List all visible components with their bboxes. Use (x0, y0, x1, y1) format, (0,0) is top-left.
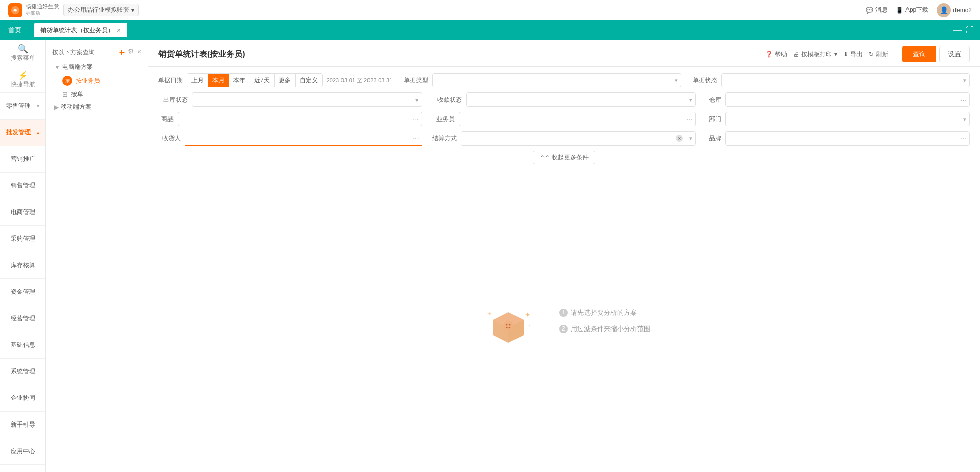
page-title: 销货单统计表(按业务员) (158, 49, 246, 60)
salesperson-select[interactable]: ··· (459, 112, 696, 126)
doc-status-arrow: ▾ (963, 77, 966, 84)
sidebar-item-operations[interactable]: 经营管理 (0, 305, 45, 332)
empty-step-2-text: 用过滤条件来缩小分析范围 (571, 322, 650, 336)
sidebar-item-marketing[interactable]: 营销推广 (0, 146, 45, 173)
date-btn-7days[interactable]: 近7天 (250, 74, 275, 87)
filter-receiver-group: 收货人 ··· (158, 131, 422, 146)
filter-section: 单据日期 上月 本月 本年 近7天 更多 自定义 2023-03-01 至 20… (148, 67, 980, 169)
svg-point-2 (506, 324, 508, 326)
date-btn-more[interactable]: 更多 (275, 74, 296, 87)
payment-status-arrow: ▾ (689, 97, 692, 103)
settlement-select[interactable]: × ▾ (461, 131, 696, 146)
brand-select[interactable]: ··· (725, 131, 970, 146)
sidebar-item-retail[interactable]: 零售管理 ▾ (0, 93, 45, 120)
goods-label: 商品 (158, 115, 174, 124)
date-btn-last-month[interactable]: 上月 (187, 74, 208, 87)
export-action[interactable]: ⬇ 导出 (843, 50, 863, 59)
settings-button[interactable]: 设置 (939, 46, 970, 62)
tab-bar: 首页 销货单统计表（按业务员） × — ⛶ (0, 20, 980, 40)
date-btn-custom[interactable]: 自定义 (296, 74, 322, 87)
step-2-num: 2 (559, 325, 568, 333)
brand-dots[interactable]: ··· (960, 134, 966, 143)
filter-row-2: 出库状态 ▾ 收款状态 ▾ (158, 92, 970, 107)
export-label: 导出 (850, 50, 863, 59)
print-action[interactable]: 🖨 按模板打印 ▾ (793, 50, 837, 59)
tree-mobile-node[interactable]: ▶ 移动端方案 (46, 101, 148, 113)
out-status-field: ▾ (192, 92, 422, 107)
tab-minimize-icon[interactable]: — (953, 26, 962, 35)
doc-status-select[interactable]: ▾ (721, 73, 970, 87)
filter-salesperson-group: 业务员 ··· (432, 112, 696, 126)
sidebar-search[interactable]: 🔍 搜索菜单 (0, 40, 45, 66)
settlement-field: × ▾ (461, 131, 696, 146)
panel-collapse-btn[interactable]: « (137, 47, 141, 58)
sidebar-item-purchase[interactable]: 采购管理 (0, 226, 45, 252)
panel-add-btn[interactable]: + (119, 47, 125, 58)
collapse-button[interactable]: ⌃⌃ 收起更多条件 (533, 151, 595, 164)
tab-maximize-icon[interactable]: ⛶ (966, 26, 974, 35)
sidebar-item-ecommerce[interactable]: 电商管理 (0, 199, 45, 226)
tab-current[interactable]: 销货单统计表（按业务员） × (34, 23, 127, 37)
tree-child-order[interactable]: ⊞ 按单 (46, 88, 148, 101)
sidebar-item-inventory[interactable]: 库存核算 (0, 252, 45, 279)
collapse-label: 收起更多条件 (552, 153, 589, 162)
sidebar-item-enterprise[interactable]: 企业协同 (0, 385, 45, 412)
sidebar-item-apps[interactable]: 应用中心 (0, 438, 45, 465)
sidebar-item-wholesale-label: 批发管理 (6, 128, 31, 137)
empty-step-1-text: 请先选择要分析的方案 (571, 306, 637, 319)
tree-child-salesperson[interactable]: 按 按业务员 (46, 74, 148, 88)
logo-text: 畅捷通好生意 (26, 3, 59, 10)
date-btn-this-month[interactable]: 本月 (208, 74, 229, 87)
tab-home[interactable]: 首页 (0, 20, 30, 40)
sidebar-item-finance[interactable]: 资金管理 (0, 279, 45, 305)
payment-status-select[interactable]: ▾ (466, 92, 696, 107)
settlement-label: 结算方式 (432, 134, 457, 143)
warehouse-select[interactable]: ··· (725, 92, 970, 107)
print-arrow: ▾ (834, 51, 837, 58)
department-select[interactable]: ▾ (725, 112, 970, 126)
receiver-dots[interactable]: ··· (413, 134, 419, 143)
message-action[interactable]: 💬 消息 (866, 6, 888, 14)
sidebar-item-wholesale[interactable]: 批发管理 ▴ (0, 120, 45, 146)
salesperson-dots[interactable]: ··· (687, 115, 693, 123)
app-download-action[interactable]: 📱 App下载 (896, 6, 928, 14)
tab-bar-right: — ⛶ (953, 26, 980, 35)
logo-icon (8, 3, 22, 17)
warehouse-dots[interactable]: ··· (960, 96, 966, 104)
export-icon: ⬇ (843, 51, 848, 58)
panel-settings-btn[interactable]: ⚙ (128, 47, 134, 58)
svg-point-3 (509, 324, 511, 326)
tree-desktop-node[interactable]: ▼ 电脑端方案 (46, 61, 148, 74)
logo-area: 畅捷通好生意 标账版 (8, 3, 59, 17)
filter-row-3: 商品 ··· 业务员 ··· (158, 112, 970, 126)
sidebar-shortcut[interactable]: ⚡ 快捷导航 (0, 66, 45, 93)
app-selector[interactable]: 办公用品行业模拟账套 ▾ (63, 4, 139, 16)
collapse-area: ⌃⌃ 收起更多条件 (158, 151, 970, 164)
doc-status-label: 单据状态 (692, 76, 717, 85)
sidebar-item-basic[interactable]: 基础信息 (0, 332, 45, 359)
tab-close-icon[interactable]: × (117, 27, 121, 34)
tree-expand-icon: ▼ (54, 64, 60, 71)
goods-dots[interactable]: ··· (412, 115, 419, 123)
settlement-clear-icon[interactable]: × (676, 135, 683, 142)
out-status-select[interactable]: ▾ (192, 92, 422, 107)
refresh-action[interactable]: ↻ 刷新 (869, 50, 888, 59)
user-area[interactable]: 👤 demo2 (937, 3, 972, 17)
header-left: 畅捷通好生意 标账版 办公用品行业模拟账套 ▾ (8, 3, 139, 17)
sidebar-item-wechat[interactable]: 企业微信 (0, 465, 45, 472)
query-actions: 查询 设置 (902, 46, 970, 62)
shortcut-icon: ⚡ (18, 70, 28, 80)
doc-type-select[interactable]: ▾ (432, 73, 681, 87)
sidebar-item-sales[interactable]: 销售管理 (0, 173, 45, 199)
tree-desktop-label: 电脑端方案 (62, 63, 93, 72)
date-btn-this-year[interactable]: 本年 (229, 74, 250, 87)
payment-status-label: 收款状态 (432, 96, 462, 104)
receiver-input[interactable] (185, 131, 422, 146)
goods-select[interactable]: ··· (178, 112, 422, 126)
page-title-actions: ❓ 帮助 🖨 按模板打印 ▾ ⬇ 导出 ↻ 刷新 (765, 46, 970, 62)
svg-point-1 (503, 321, 513, 331)
sidebar-item-guide[interactable]: 新手引导 (0, 412, 45, 438)
help-action[interactable]: ❓ 帮助 (765, 50, 787, 59)
query-button[interactable]: 查询 (902, 46, 936, 62)
sidebar-item-system[interactable]: 系统管理 (0, 359, 45, 385)
